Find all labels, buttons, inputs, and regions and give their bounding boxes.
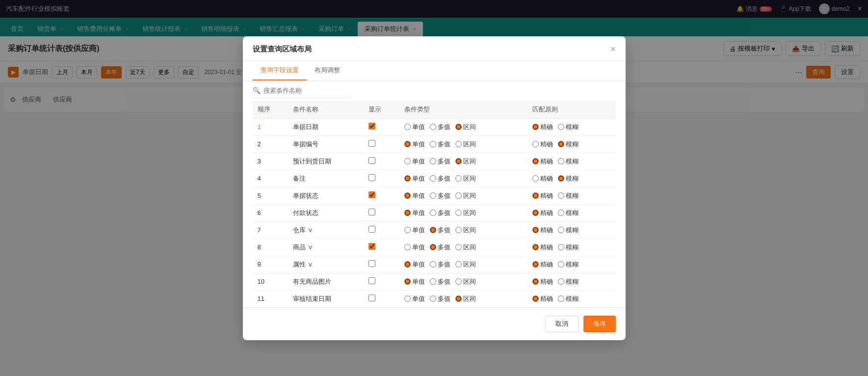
modal-title: 设置查询区域布局 — [253, 45, 312, 54]
th-name: 条件名称 — [288, 101, 364, 117]
modal-table: 顺序 条件名称 显示 条件类型 匹配原则 1单据日期单值多值区间精确模糊2单据编… — [253, 101, 616, 117]
th-type: 条件类型 — [399, 101, 527, 117]
search-icon: 🔍 — [253, 87, 261, 94]
th-order: 顺序 — [253, 101, 288, 117]
search-input[interactable] — [263, 87, 351, 94]
th-match: 匹配原则 — [527, 101, 616, 117]
table-header: 顺序 条件名称 显示 条件类型 匹配原则 — [253, 101, 616, 117]
modal-tab-layout-adjust[interactable]: 布局调整 — [307, 61, 348, 81]
modal-close-button[interactable]: × — [610, 44, 616, 54]
modal-tab-query-fields[interactable]: 查询字段设置 — [253, 61, 307, 81]
modal-search-area: 🔍 — [243, 81, 626, 101]
modal-table-wrap: 顺序 条件名称 显示 条件类型 匹配原则 1单据日期单值多值区间精确模糊2单据编… — [243, 101, 626, 117]
modal-dialog: 设置查询区域布局 × 查询字段设置 布局调整 🔍 顺序 — [243, 36, 626, 117]
modal-overlay: 设置查询区域布局 × 查询字段设置 布局调整 🔍 顺序 — [0, 0, 868, 116]
modal-header: 设置查询区域布局 × — [243, 36, 626, 61]
search-wrap: 🔍 — [253, 87, 351, 98]
th-display: 显示 — [364, 101, 399, 117]
modal-tabs: 查询字段设置 布局调整 — [243, 61, 626, 81]
